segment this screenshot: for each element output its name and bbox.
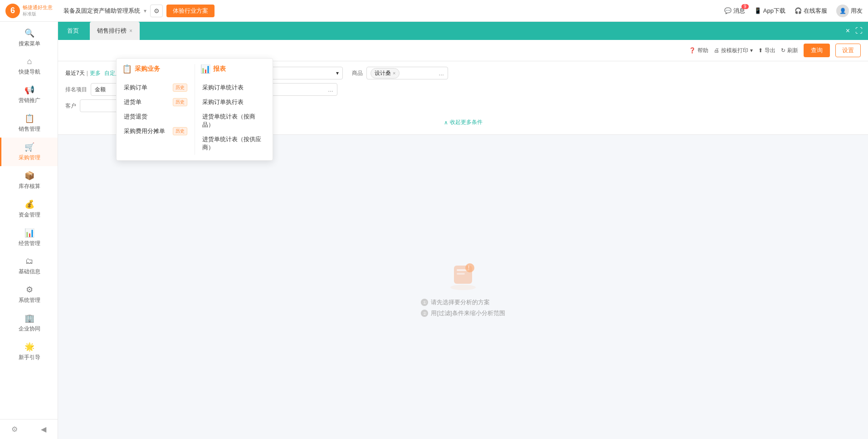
service-label: 在线客服 [804, 7, 827, 15]
sidebar-item-purchase[interactable]: 🛒 采购管理 [0, 138, 58, 166]
sidebar-item-finance[interactable]: 💰 资金管理 [0, 195, 58, 223]
sidebar-item-label: 企业协同 [19, 325, 40, 333]
refresh-label: 刷新 [787, 47, 798, 54]
message-badge: 9 [741, 4, 749, 9]
export-label: 导出 [765, 47, 775, 54]
tab-bar-right: × ⛶ [844, 25, 868, 37]
empty-text: ① 请先选择要分析的方案 ② 用[过滤]条件来缩小分析范围 [421, 298, 505, 317]
header-center: 装备及固定资产辅助管理系统 ▾ ⚙ 体验行业方案 [63, 5, 724, 17]
history-tag: 历史 [173, 84, 187, 92]
date-more-link[interactable]: 更多 [90, 69, 101, 77]
collapse-label: 收起更多条件 [450, 118, 483, 126]
search-icon: 🔍 [24, 28, 34, 38]
help-button[interactable]: ❓ 帮助 [689, 47, 708, 54]
refresh-button[interactable]: ↻ 刷新 [781, 47, 798, 54]
tab-home[interactable]: 首页 [58, 22, 88, 40]
dropdown-report-header: 📊 报表 [200, 64, 268, 76]
product-label: 商品 [352, 69, 363, 77]
sidebar-item-search[interactable]: 🔍 搜索菜单 [0, 24, 58, 52]
salesman-dots[interactable]: ... [328, 86, 333, 93]
system-title: 装备及固定资产辅助管理系统 [63, 7, 140, 15]
app-download-button[interactable]: 📱 App下载 [754, 7, 785, 15]
system-icon: ⚙ [26, 285, 33, 295]
sidebar-item-basic[interactable]: 🗂 基础信息 [0, 252, 58, 280]
query-button[interactable]: 查询 [804, 44, 830, 57]
sidebar-item-enterprise[interactable]: 🏢 企业协同 [0, 309, 58, 337]
product-dots-icon[interactable]: ... [439, 69, 444, 77]
dropdown-item-purchase-return[interactable]: 进货退货 [122, 109, 189, 124]
print-button[interactable]: 🖨 按模板打印 ▾ [714, 47, 753, 54]
rank-label: 排名项目 [65, 86, 87, 94]
dropdown-item-report-4[interactable]: 进货单统计表（按供应商） [200, 132, 268, 155]
sidebar-item-label: 搜索菜单 [19, 40, 40, 48]
sidebar-item-label: 新手引导 [19, 354, 40, 361]
help-icon: ❓ [689, 47, 696, 54]
logo-sub: 标准版 [23, 11, 53, 17]
empty-step2: 用[过滤]条件来缩小分析范围 [431, 309, 505, 317]
sidebar-item-operations[interactable]: 📊 经营管理 [0, 223, 58, 252]
date-range-label: 最近7天 [65, 69, 85, 77]
user-button[interactable]: 👤 用友 [836, 5, 863, 17]
sidebar-item-label: 库存核算 [19, 183, 40, 190]
purchase-header-icon: 📋 [122, 64, 132, 74]
app-label: App下载 [763, 7, 785, 15]
export-icon: ⬆ [758, 47, 763, 54]
report-header-icon: 📊 [200, 64, 210, 74]
dropdown-item-purchase-receipt[interactable]: 进货单 历史 [122, 95, 189, 109]
svg-rect-3 [457, 273, 465, 275]
dropdown-item-report-2[interactable]: 采购订单执行表 [200, 95, 268, 109]
history-tag: 历史 [173, 98, 187, 106]
tab-close-icon[interactable]: × [129, 28, 132, 34]
purchase-icon: 🛒 [24, 142, 34, 152]
sidebar: 🔍 搜索菜单 ⌂ 快捷导航 📢 营销推广 📋 销售管理 🛒 采购管理 📦 库存核… [0, 22, 58, 439]
dropdown-item-report-1[interactable]: 采购订单统计表 [200, 80, 268, 95]
dropdown-item-purchase-order[interactable]: 采购订单 历史 [122, 80, 189, 95]
chevron-down-icon: ▾ [336, 70, 339, 76]
sidebar-item-label: 快捷导航 [19, 68, 40, 76]
enterprise-icon: 🏢 [24, 313, 34, 323]
industry-button[interactable]: 体验行业方案 [166, 5, 215, 17]
sidebar-item-sales[interactable]: 📋 销售管理 [0, 109, 58, 138]
dropdown-arrow-icon[interactable]: ▾ [144, 8, 146, 14]
operations-icon: 📊 [24, 228, 34, 238]
purchase-header-label: 采购业务 [135, 65, 160, 73]
sales-icon: 📋 [24, 113, 34, 123]
tab-fullscreen-icon[interactable]: ⛶ [853, 25, 864, 37]
message-button[interactable]: 💬 消息 9 [724, 7, 745, 15]
sidebar-collapse-button[interactable]: ◀ [41, 425, 46, 434]
dropdown-report-col: 📊 报表 采购订单统计表 采购订单执行表 进货单统计表（按商品） 进货单统计表（… [195, 64, 273, 155]
online-service-button[interactable]: 🎧 在线客服 [795, 7, 827, 15]
sidebar-item-newbie[interactable]: 🌟 新手引导 [0, 337, 58, 366]
report-header-label: 报表 [213, 65, 226, 73]
print-icon: 🖨 [714, 47, 719, 54]
sidebar-item-quick[interactable]: ⌂ 快捷导航 [0, 52, 58, 80]
sidebar-item-label: 基础信息 [19, 268, 40, 276]
dropdown-item-report-3[interactable]: 进货单统计表（按商品） [200, 109, 268, 132]
settings-button[interactable]: ⚙ [150, 5, 163, 17]
sidebar-item-system[interactable]: ⚙ 系统管理 [0, 280, 58, 309]
empty-step1: 请先选择要分析的方案 [431, 298, 490, 306]
sidebar-item-inventory[interactable]: 📦 库存核算 [0, 166, 58, 195]
product-tag-close[interactable]: × [393, 70, 395, 76]
svg-point-4 [465, 263, 474, 272]
main-layout: 🔍 搜索菜单 ⌂ 快捷导航 📢 营销推广 📋 销售管理 🛒 采购管理 📦 库存核… [0, 22, 868, 439]
basic-icon: 🗂 [25, 256, 34, 266]
dropdown-item-purchase-expense[interactable]: 采购费用分摊单 历史 [122, 124, 189, 138]
sidebar-item-label: 经营管理 [19, 240, 40, 247]
history-tag: 历史 [173, 127, 187, 135]
tab-bar: 首页 销售排行榜 × × ⛶ [58, 22, 868, 40]
sidebar-item-marketing[interactable]: 📢 营销推广 [0, 80, 58, 109]
sidebar-settings-button[interactable]: ⚙ [11, 425, 18, 434]
tab-close-window-icon[interactable]: × [844, 25, 852, 37]
home-icon: ⌂ [27, 57, 32, 66]
tab-sales-ranking[interactable]: 销售排行榜 × [90, 22, 140, 40]
export-button[interactable]: ⬆ 导出 [758, 47, 775, 54]
product-select[interactable]: 设计桑 × ... [366, 67, 448, 79]
marketing-icon: 📢 [24, 85, 34, 95]
message-icon: 💬 [724, 7, 731, 14]
settings-button[interactable]: 设置 [835, 44, 861, 57]
print-label: 按模板打印 [721, 47, 748, 54]
customer-label: 客户 [65, 102, 76, 110]
app-icon: 📱 [754, 7, 761, 14]
sidebar-item-label: 销售管理 [19, 125, 40, 133]
